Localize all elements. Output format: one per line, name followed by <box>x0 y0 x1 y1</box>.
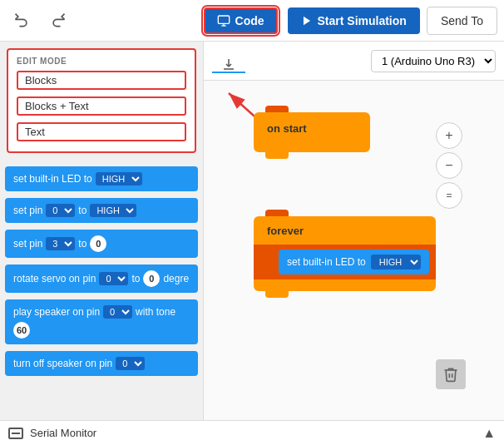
inner-led-block[interactable]: set built-in LED to HIGHLOW <box>279 250 429 274</box>
serial-monitor-bar: Serial Monitor ▲ <box>0 420 504 445</box>
device-select[interactable]: 1 (Arduino Uno R3) <box>371 50 496 72</box>
forever-label: forever <box>267 225 304 237</box>
block-palette: set built-in LED to HIGHLOW set pin 012 … <box>0 160 203 420</box>
block-set-builtin-led[interactable]: set built-in LED to HIGHLOW <box>5 166 198 191</box>
toolbar: Code Start Simulation Send To <box>0 0 504 42</box>
canvas-workspace[interactable]: on start forever set built-in LED to <box>204 81 504 420</box>
code-label: Code <box>235 14 264 27</box>
zoom-fit-button[interactable]: = <box>436 182 462 209</box>
canvas-area: 1 (Arduino Uno R3) on start <box>204 42 504 420</box>
left-panel: EDIT MODE Blocks Blocks + Text Text set … <box>0 42 204 420</box>
pin-high-select[interactable]: HIGHLOW <box>90 204 136 217</box>
edit-mode-box: EDIT MODE Blocks Blocks + Text Text <box>7 48 196 153</box>
serial-monitor-expand-button[interactable]: ▲ <box>482 426 496 441</box>
zoom-out-button[interactable]: − <box>436 152 462 179</box>
on-start-label: on start <box>267 122 307 135</box>
edit-mode-text[interactable]: Text <box>17 122 186 141</box>
edit-mode-blocks[interactable]: Blocks <box>17 71 186 90</box>
svg-rect-0 <box>218 16 229 23</box>
pin-0-select[interactable]: 012 <box>46 204 75 217</box>
on-start-block[interactable]: on start <box>254 106 370 159</box>
block-set-pin-analog[interactable]: set pin 345 to 0 <box>5 230 198 258</box>
block-turn-off-speaker[interactable]: turn off speaker on pin 012 <box>5 351 198 376</box>
block-set-pin-high[interactable]: set pin 012 to HIGHLOW <box>5 198 198 223</box>
code-button[interactable]: Code <box>204 7 278 34</box>
redo-button[interactable] <box>43 6 73 36</box>
led-high-select[interactable]: HIGHLOW <box>96 172 142 185</box>
zoom-in-button[interactable]: + <box>436 122 462 149</box>
edit-mode-label: EDIT MODE <box>17 57 186 66</box>
serial-monitor-icon <box>8 428 23 439</box>
forever-block[interactable]: forever set built-in LED to HIGHLOW <box>254 210 436 298</box>
download-icon[interactable] <box>212 48 245 73</box>
block-rotate-servo[interactable]: rotate servo on pin 012 to 0 degre <box>5 265 198 293</box>
zoom-controls: + − = <box>436 122 462 209</box>
trash-button[interactable] <box>436 359 466 389</box>
serial-monitor-label: Serial Monitor <box>30 427 96 439</box>
main-area: EDIT MODE Blocks Blocks + Text Text set … <box>0 42 504 420</box>
inner-led-select[interactable]: HIGHLOW <box>371 255 421 269</box>
start-simulation-label: Start Simulation <box>318 14 407 27</box>
block-play-speaker[interactable]: play speaker on pin 012 with tone 60 <box>5 299 198 344</box>
canvas-toolbar: 1 (Arduino Uno R3) <box>204 42 504 81</box>
off-pin-select[interactable]: 012 <box>116 357 145 370</box>
start-simulation-button[interactable]: Start Simulation <box>288 7 420 34</box>
undo-button[interactable] <box>7 6 37 36</box>
edit-mode-blocks-text[interactable]: Blocks + Text <box>17 96 186 116</box>
servo-pin-select[interactable]: 012 <box>99 272 128 285</box>
inner-led-label: set built-in LED to <box>287 256 366 268</box>
pin-3-select[interactable]: 345 <box>46 237 75 250</box>
send-to-button[interactable]: Send To <box>427 7 497 35</box>
send-to-label: Send To <box>441 14 483 27</box>
speaker-pin-select[interactable]: 012 <box>103 305 132 319</box>
svg-marker-2 <box>303 16 309 25</box>
